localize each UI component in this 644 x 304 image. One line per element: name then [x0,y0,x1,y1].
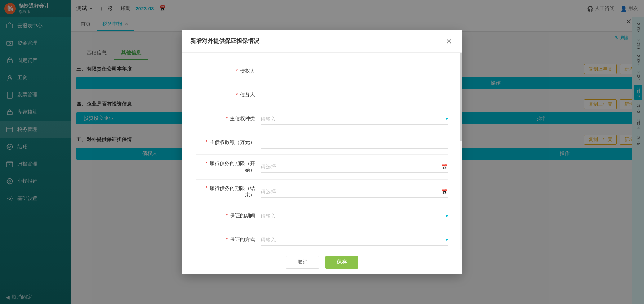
label-debt-amount: * 主债权数额（万元） [196,139,261,146]
field-debt-amount: * 主债权数额（万元） [196,131,448,155]
required-star-debtor: * [236,92,238,97]
field-period-start: * 履行债务的期限（开始） 📅 [196,155,448,180]
required-star-period-end: * [206,185,207,191]
field-guarantee-method: * 保证的方式 ▾ [196,228,448,250]
label-debtor: * 债务人 [196,92,261,98]
label-debtor-text: 债务人 [240,92,255,97]
modal-scrollbar-thumb[interactable] [460,53,462,141]
required-star-guarantee-method: * [226,236,228,242]
label-debt-type: * 主债权种类 [196,115,261,122]
input-debtor-wrapper [261,89,448,101]
field-debtor: * 债务人 [196,83,448,107]
input-period-start[interactable] [261,162,441,171]
guarantee-method-dropdown-icon[interactable]: ▾ [446,237,448,242]
label-guarantee-period: * 保证的期间 [196,213,261,219]
label-creditor: * 债权人 [196,68,261,74]
label-period-start: * 履行债务的期限（开始） [196,160,261,173]
guarantee-period-dropdown-icon[interactable]: ▾ [446,213,448,219]
label-debt-type-text: 主债权种类 [230,115,255,121]
modal-overlay[interactable]: 新增对外提供保证担保情况 ✕ * 债权人 * [0,0,644,304]
modal-footer: 取消 保存 [182,250,462,274]
label-debt-amount-text: 主债权数额（万元） [210,139,255,145]
save-button[interactable]: 保存 [325,256,358,269]
required-star-debt-amount: * [206,139,207,145]
modal-title: 新增对外提供保证担保情况 [190,37,259,45]
input-debt-amount[interactable] [261,138,448,147]
modal-scrollbar-track [460,53,462,250]
input-guarantee-period-wrapper[interactable]: ▾ [261,210,448,222]
cancel-button[interactable]: 取消 [286,256,319,269]
input-debt-amount-wrapper [261,137,448,149]
input-debt-type-wrapper[interactable]: ▾ [261,113,448,125]
input-guarantee-method-wrapper[interactable]: ▾ [261,234,448,246]
required-star-creditor: * [236,68,238,74]
label-guarantee-period-text: 保证的期间 [230,213,255,218]
field-period-end: * 履行债务的期限（结束） 📅 [196,180,448,204]
label-guarantee-method-text: 保证的方式 [230,236,255,242]
label-guarantee-method: * 保证的方式 [196,236,261,243]
input-creditor-wrapper [261,65,448,77]
field-guarantee-period: * 保证的期间 ▾ [196,204,448,228]
label-period-end: * 履行债务的期限（结束） [196,185,261,198]
modal-header: 新增对外提供保证担保情况 ✕ [182,30,462,53]
input-period-end[interactable] [261,187,441,196]
period-end-calendar-icon[interactable]: 📅 [441,188,448,195]
label-period-end-text: 履行债务的期限（结束） [210,185,255,198]
modal-body: * 债权人 * 债务人 * [182,53,462,250]
input-period-end-wrapper[interactable]: 📅 [261,186,448,198]
field-creditor: * 债权人 [196,60,448,83]
period-start-calendar-icon[interactable]: 📅 [441,163,448,170]
input-creditor[interactable] [261,67,448,76]
label-creditor-text: 债权人 [240,68,255,74]
required-star-debt-type: * [226,115,228,121]
field-debt-type: * 主债权种类 ▾ [196,107,448,131]
modal-dialog: 新增对外提供保证担保情况 ✕ * 债权人 * [182,30,462,274]
required-star-period-start: * [206,160,207,166]
modal-close-button[interactable]: ✕ [444,36,454,46]
input-period-start-wrapper[interactable]: 📅 [261,161,448,173]
input-guarantee-period[interactable] [261,212,446,220]
input-guarantee-method[interactable] [261,235,446,244]
input-debtor[interactable] [261,91,448,99]
input-debt-type[interactable] [261,114,446,123]
debt-type-dropdown-icon[interactable]: ▾ [446,116,448,122]
label-period-start-text: 履行债务的期限（开始） [210,160,255,173]
required-star-guarantee-period: * [226,213,228,218]
